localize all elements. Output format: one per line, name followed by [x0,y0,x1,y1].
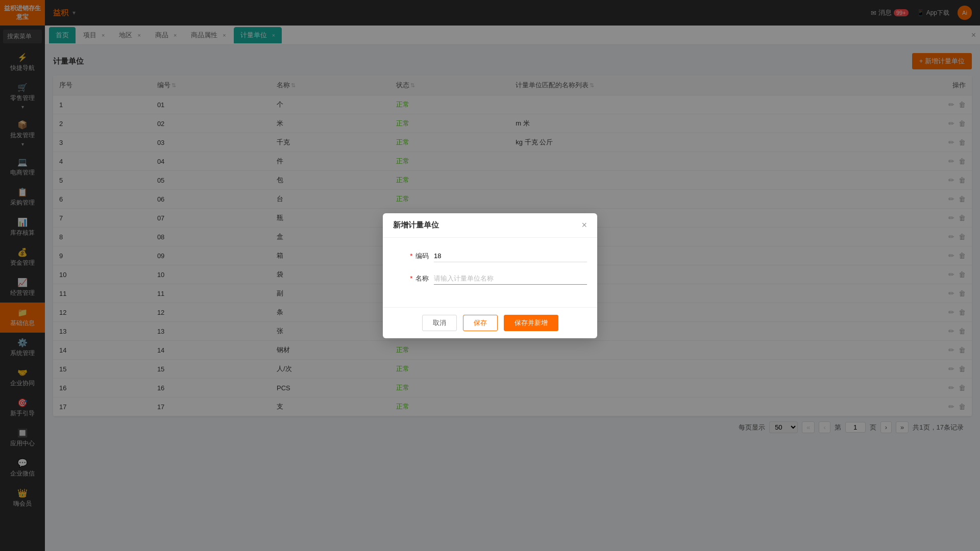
name-label: * 名称 [393,274,429,283]
code-form-row: * 编码 [393,250,587,262]
modal-header: 新增计量单位 × [383,213,597,238]
cancel-button[interactable]: 取消 [422,315,457,331]
code-label: * 编码 [393,252,429,261]
modal-title: 新增计量单位 [393,220,439,230]
save-and-new-button[interactable]: 保存并新增 [504,315,558,331]
name-input[interactable] [434,272,587,285]
modal-footer: 取消 保存 保存并新增 [383,307,597,338]
name-form-row: * 名称 [393,272,587,285]
code-input[interactable] [434,250,587,262]
modal-close-button[interactable]: × [581,220,587,230]
modal-overlay[interactable]: 新增计量单位 × * 编码 * 名称 取消 保存 保存并新增 [0,0,980,551]
add-unit-modal: 新增计量单位 × * 编码 * 名称 取消 保存 保存并新增 [383,213,597,338]
save-button[interactable]: 保存 [463,315,498,331]
modal-body: * 编码 * 名称 [383,238,597,307]
